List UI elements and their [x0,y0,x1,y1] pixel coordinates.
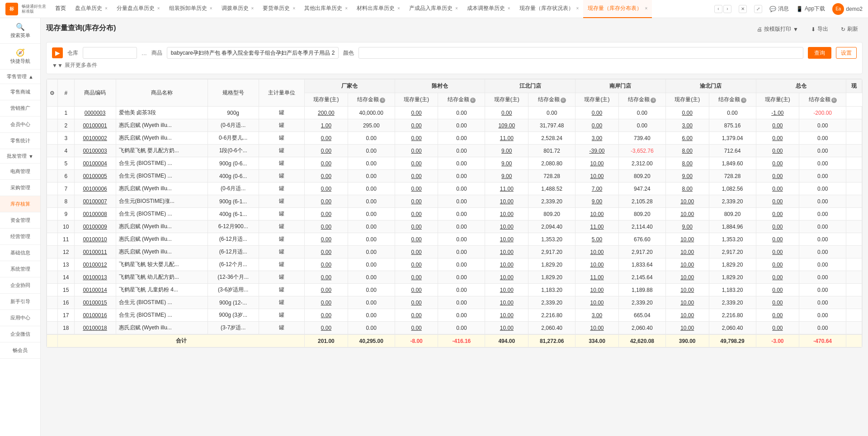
row-factory-qty[interactable]: 0.00 [305,258,348,271]
row-chen-qty[interactable]: 0.00 [395,170,438,183]
row-factory-qty[interactable]: 0.00 [305,170,348,183]
row-code[interactable]: 00100011 [74,246,116,258]
warehouse-input[interactable] [83,47,137,59]
row-yb-qty[interactable]: 10.00 [665,322,709,335]
na-amt-info[interactable]: ① [651,98,656,103]
table-settings-col[interactable]: ⚙ [47,80,58,107]
row-jb-qty[interactable]: 10.00 [485,284,528,296]
sidebar-item-member-center[interactable]: 会员中心 [0,117,40,133]
row-code[interactable]: 00100002 [74,132,116,145]
row-na-qty[interactable]: 10.00 [576,208,619,220]
app-download-btn[interactable]: 📱 App下载 [796,5,825,13]
row-zc-qty[interactable]: 0.00 [756,271,799,284]
close-all-tabs-btn[interactable]: ✕ [739,5,747,13]
row-yb-qty[interactable]: 0.00 [665,107,709,119]
row-na-qty[interactable]: 9.00 [576,195,619,208]
row-settings[interactable] [47,309,58,322]
row-jb-qty[interactable]: 109.00 [485,119,528,132]
tab-assembly-history[interactable]: 组装拆卸单历史 × [165,0,217,18]
row-yb-qty[interactable]: 10.00 [665,233,709,246]
filter-expand-btn[interactable]: ▶ [52,47,63,58]
fullscreen-btn[interactable]: ⤢ [754,5,762,13]
row-zc-qty[interactable]: 0.00 [756,220,799,233]
row-chen-qty[interactable]: 0.00 [395,233,438,246]
sidebar-item-basic-info[interactable]: 基础信息 [0,245,40,261]
row-jb-qty[interactable]: 10.00 [485,258,528,271]
row-yb-qty[interactable]: 10.00 [665,258,709,271]
message-btn[interactable]: 💬 消息 [769,5,789,13]
sidebar-item-retail-shop[interactable]: 零售商城 [0,84,40,100]
row-code[interactable]: 00100008 [74,208,116,220]
row-jb-qty[interactable]: 9.00 [485,145,528,157]
row-na-qty[interactable]: 10.00 [576,157,619,170]
row-jb-qty[interactable]: 10.00 [485,246,528,258]
row-factory-qty[interactable]: 0.00 [305,220,348,233]
row-zc-qty[interactable]: 0.00 [756,145,799,157]
row-chen-qty[interactable]: 0.00 [395,183,438,195]
row-chen-qty[interactable]: 0.00 [395,195,438,208]
total-amt-info[interactable]: ① [831,98,837,103]
row-jb-qty[interactable]: 10.00 [485,195,528,208]
row-zc-qty[interactable]: 0.00 [756,183,799,195]
sidebar-item-retail-mgmt[interactable]: 零售管理 ▲ [0,70,40,84]
row-code[interactable]: 00100018 [74,322,116,335]
row-jb-qty[interactable]: 10.00 [485,322,528,335]
row-settings[interactable] [47,157,58,170]
row-zc-qty[interactable]: 0.00 [756,309,799,322]
row-jb-qty[interactable]: 0.00 [485,107,528,119]
row-factory-qty[interactable]: 0.00 [305,233,348,246]
tab-material-out-history[interactable]: 材料出库单历史 × [352,0,405,18]
row-factory-qty[interactable]: 0.00 [305,132,348,145]
row-yb-qty[interactable]: 10.00 [665,246,709,258]
row-code[interactable]: 00100001 [74,119,116,132]
color-input[interactable] [359,47,803,59]
row-zc-qty[interactable]: 0.00 [756,157,799,170]
row-chen-qty[interactable]: 0.00 [395,208,438,220]
tab-fraction-history[interactable]: 分量盘点单历史 × [112,0,165,18]
sidebar-item-enterprise[interactable]: 企业协同 [0,277,40,294]
tab-stock-distribution[interactable]: 现存量（库存分布表）× [583,0,652,18]
row-yb-qty[interactable]: 8.00 [665,183,709,195]
row-settings[interactable] [47,246,58,258]
sidebar-item-purchase[interactable]: 采购管理 [0,180,40,196]
row-yb-qty[interactable]: 10.00 [665,208,709,220]
row-jb-qty[interactable]: 11.00 [485,183,528,195]
query-button[interactable]: 查询 [808,47,831,59]
sidebar-item-operations[interactable]: 经营管理 [0,229,40,245]
sidebar-item-app-center[interactable]: 应用中心 [0,310,40,326]
row-chen-qty[interactable]: 0.00 [395,284,438,296]
row-settings[interactable] [47,233,58,246]
row-zc-qty[interactable]: 0.00 [756,246,799,258]
row-na-qty[interactable]: 3.00 [576,309,619,322]
row-settings[interactable] [47,284,58,296]
expand-conditions[interactable]: ▼▼ 展开更多条件 [52,61,857,69]
row-settings[interactable] [47,183,58,195]
row-na-qty[interactable]: 11.00 [576,271,619,284]
print-btn[interactable]: 🖨 按模版打印 ▼ [752,23,803,35]
row-jb-qty[interactable]: 9.00 [485,157,528,170]
row-chen-qty[interactable]: 0.00 [395,309,438,322]
row-jb-qty[interactable]: 10.00 [485,296,528,309]
nav-prev-btn[interactable]: ‹ [714,5,722,13]
row-factory-qty[interactable]: 0.00 [305,183,348,195]
row-jb-qty[interactable]: 9.00 [485,170,528,183]
warehouse-dots[interactable]: ... [142,49,147,56]
row-na-qty[interactable]: 5.00 [576,233,619,246]
sidebar-item-ecommerce[interactable]: 电商管理 [0,164,40,180]
chen-amt-info[interactable]: ① [470,98,476,103]
row-yb-qty[interactable]: 10.00 [665,195,709,208]
row-zc-qty[interactable]: 0.00 [756,208,799,220]
sidebar-item-finance[interactable]: 资金管理 [0,212,40,229]
row-na-qty[interactable]: 0.00 [576,119,619,132]
sidebar-search[interactable]: 🔍 搜索英单 [0,18,40,44]
goods-input[interactable] [167,47,339,59]
row-settings[interactable] [47,107,58,119]
tab-inventory-history[interactable]: 盘点单历史 × [71,0,112,18]
row-settings[interactable] [47,322,58,335]
row-zc-qty[interactable]: -1.00 [756,107,799,119]
row-factory-qty[interactable]: 1.00 [305,119,348,132]
row-yb-qty[interactable]: 10.00 [665,271,709,284]
row-settings[interactable] [47,119,58,132]
row-chen-qty[interactable]: 0.00 [395,296,438,309]
tab-transfer-history[interactable]: 调拨单历史 × [217,0,259,18]
